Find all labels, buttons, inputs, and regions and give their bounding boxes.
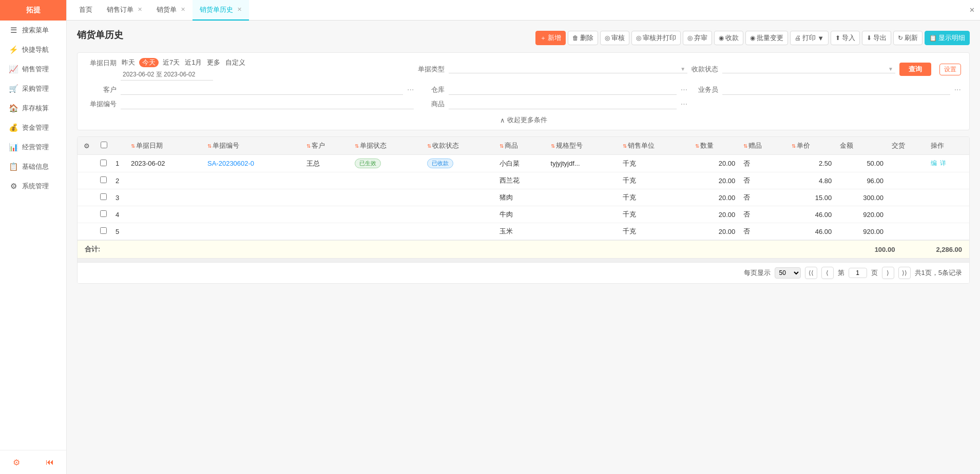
tab-sales-delivery-close[interactable]: ✕: [181, 7, 185, 12]
sidebar-item-finance[interactable]: 💰 资金管理: [0, 118, 66, 137]
sidebar-item-inventory[interactable]: 🏠 库存核算: [0, 98, 66, 118]
date-shortcut-7days[interactable]: 近7天: [162, 58, 181, 67]
page-next-btn[interactable]: ⟩: [882, 267, 894, 279]
page-size-select[interactable]: 50 100 200: [775, 267, 801, 279]
col-doc-status[interactable]: ⇅单据状态: [351, 137, 423, 155]
cell-row-no: 2: [111, 172, 127, 189]
cell-gift: 否: [739, 189, 787, 206]
tab-sales-order-close[interactable]: ✕: [138, 7, 142, 12]
horizontal-scrollbar[interactable]: [78, 258, 969, 262]
warehouse-input[interactable]: [449, 85, 676, 95]
cell-check[interactable]: [96, 172, 111, 189]
batch-change-button[interactable]: ◉ 批量变更: [745, 31, 788, 45]
col-qty[interactable]: ⇅数量: [691, 137, 739, 155]
cell-check[interactable]: [96, 206, 111, 223]
cell-doc-no: [203, 223, 302, 240]
tab-home[interactable]: 首页: [72, 0, 100, 21]
refresh-button[interactable]: ↻ 刷新: [893, 31, 923, 45]
cell-check[interactable]: [96, 155, 111, 172]
col-gear[interactable]: ⚙: [78, 137, 96, 155]
collect-status-select[interactable]: ▼: [722, 65, 895, 73]
tab-sales-order[interactable]: 销售订单 ✕: [100, 0, 149, 21]
detail-action-btn[interactable]: 详: [940, 159, 946, 168]
add-button[interactable]: ＋ 新增: [535, 31, 566, 45]
date-shortcut-today[interactable]: 今天: [139, 58, 159, 67]
sidebar-toggle-btn[interactable]: ⏮: [42, 455, 57, 470]
sidebar-item-label: 经营管理: [22, 143, 49, 152]
collect-button[interactable]: ◉ 收款: [714, 31, 743, 45]
col-goods[interactable]: ⇅商品: [495, 137, 546, 155]
tab-sales-delivery[interactable]: 销货单 ✕: [149, 0, 193, 21]
cell-price: 2.50: [787, 155, 836, 172]
select-all-checkbox[interactable]: [101, 142, 107, 148]
customer-dots[interactable]: ···: [407, 85, 414, 94]
date-shortcut-custom[interactable]: 自定义: [224, 58, 246, 67]
row-checkbox[interactable]: [100, 210, 107, 217]
cell-price: 4.80: [787, 172, 836, 189]
page-last-btn[interactable]: ⟩⟩: [898, 267, 911, 279]
query-button[interactable]: 查询: [899, 63, 931, 76]
filter-row-3: 单据编号 商品 ···: [86, 99, 961, 109]
salesman-dots[interactable]: ···: [954, 85, 961, 94]
col-customer[interactable]: ⇅客户: [302, 137, 351, 155]
col-check[interactable]: [96, 137, 111, 155]
export-button[interactable]: ⬇ 导出: [862, 31, 891, 45]
goods-input[interactable]: [449, 99, 676, 109]
customer-input[interactable]: [121, 85, 403, 95]
delete-button[interactable]: 🗑 删除: [568, 31, 598, 45]
filter-goods-item: 商品 ···: [414, 99, 687, 109]
abandon-button[interactable]: ◎ 弃审: [683, 31, 712, 45]
page-first-btn[interactable]: ⟨⟨: [805, 267, 817, 279]
salesman-input[interactable]: [722, 85, 950, 95]
col-unit[interactable]: ⇅销售单位: [619, 137, 691, 155]
date-shortcut-1month[interactable]: 近1月: [184, 58, 203, 67]
import-button[interactable]: ⬆ 导入: [831, 31, 860, 45]
warehouse-dots[interactable]: ···: [681, 85, 687, 94]
collapse-button[interactable]: ∧ 收起更多条件: [86, 113, 961, 125]
col-doc-date[interactable]: ⇅单据日期: [127, 137, 203, 155]
sidebar-item-sales-mgmt[interactable]: 📈 销售管理: [0, 60, 66, 79]
sidebar-item-quick-nav[interactable]: ⚡ 快捷导航: [0, 40, 66, 60]
cell-amount: 50.00: [836, 155, 888, 172]
date-shortcut-yesterday[interactable]: 昨天: [121, 58, 136, 67]
audit-button[interactable]: ◎ 审核: [600, 31, 629, 45]
page-prev-btn[interactable]: ⟨: [821, 267, 834, 279]
sidebar-item-system-mgmt[interactable]: ⚙ 系统管理: [0, 176, 66, 196]
tab-sales-history[interactable]: 销货单历史 ✕: [193, 0, 249, 21]
tab-bar-close-all[interactable]: ✕: [969, 6, 975, 14]
show-detail-button[interactable]: 📋 显示明细: [925, 31, 970, 45]
row-checkbox[interactable]: [100, 160, 107, 166]
date-range-display[interactable]: 2023-06-02 至 2023-06-02: [121, 69, 213, 81]
page-number-input[interactable]: [849, 268, 867, 278]
row-checkbox[interactable]: [100, 227, 107, 234]
cell-check[interactable]: [96, 223, 111, 240]
cell-doc-status: [351, 189, 423, 206]
col-gift[interactable]: ⇅赠品: [739, 137, 787, 155]
row-checkbox[interactable]: [100, 193, 107, 200]
doc-no-link[interactable]: SA-20230602-0: [207, 160, 254, 167]
audit-print-button[interactable]: ◎ 审核并打印: [631, 31, 681, 45]
type-select[interactable]: ▼: [449, 65, 687, 73]
col-doc-no[interactable]: ⇅单据编号: [203, 137, 302, 155]
tab-sales-history-close[interactable]: ✕: [237, 7, 242, 12]
sidebar-settings-btn[interactable]: ⚙: [9, 455, 24, 470]
table-header-row: ⚙ ⇅单据日期 ⇅单据编号 ⇅客户 ⇅单据状态 ⇅收款状态 ⇅商品 ⇅规格型号 …: [78, 137, 969, 155]
settings-button[interactable]: 设置: [939, 64, 961, 75]
col-collect-status[interactable]: ⇅收款状态: [423, 137, 495, 155]
sidebar-item-purchase-mgmt[interactable]: 🛒 采购管理: [0, 79, 66, 98]
sidebar-item-operations[interactable]: 📊 经营管理: [0, 137, 66, 157]
sidebar-item-base-info[interactable]: 📋 基础信息: [0, 157, 66, 176]
row-checkbox[interactable]: [100, 176, 107, 183]
print-button[interactable]: 🖨 打印 ▼: [790, 31, 829, 45]
col-price[interactable]: ⇅单价: [787, 137, 836, 155]
show-detail-icon: 📋: [929, 34, 937, 42]
cell-check[interactable]: [96, 189, 111, 206]
doc-no-input[interactable]: [121, 99, 414, 109]
edit-action-btn[interactable]: 编: [931, 159, 937, 168]
sidebar-item-search-menu[interactable]: ☰ 搜索菜单: [0, 21, 66, 40]
date-shortcut-more[interactable]: 更多: [206, 58, 221, 67]
date-label: 单据日期: [86, 58, 117, 68]
goods-dots[interactable]: ···: [681, 100, 687, 109]
cell-customer: [302, 206, 351, 223]
col-spec[interactable]: ⇅规格型号: [547, 137, 619, 155]
